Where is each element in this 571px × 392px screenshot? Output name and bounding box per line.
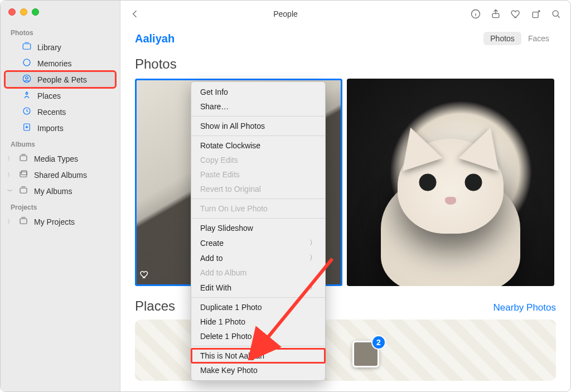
window-traffic-lights (5, 6, 115, 25)
chevron-down-icon: ﹀ (7, 187, 13, 195)
share-icon[interactable] (490, 8, 501, 20)
sidebar-section-photos: Photos (5, 25, 115, 39)
projects-icon (18, 216, 28, 228)
window-title: People (273, 9, 298, 18)
svg-point-3 (26, 76, 28, 79)
ctx-edit-with[interactable]: Edit With〉 (191, 280, 325, 295)
ctx-this-is-not-person[interactable]: This is Not Aaliyah (191, 349, 325, 363)
ctx-make-key-photo[interactable]: Make Key Photo (191, 363, 325, 378)
sidebar: Photos Library Memories People & Pets Pl… (1, 1, 120, 391)
sidebar-item-label: Recents (37, 108, 66, 117)
svg-rect-14 (533, 12, 538, 18)
ctx-add-to[interactable]: Add to〉 (191, 250, 325, 265)
sidebar-item-label: Library (37, 43, 61, 52)
sidebar-item-label: My Projects (34, 217, 75, 226)
sidebar-item-label: People & Pets (37, 75, 87, 84)
chevron-right-icon: 〉 (309, 253, 316, 263)
sidebar-item-my-projects[interactable]: 〉 My Projects (5, 214, 115, 230)
minimize-window-button[interactable] (20, 8, 27, 16)
favorite-badge-icon (139, 269, 149, 282)
favorite-icon[interactable] (510, 8, 521, 20)
ctx-show-all-photos[interactable]: Show in All Photos (191, 119, 325, 133)
ctx-get-info[interactable]: Get Info (191, 85, 325, 99)
chevron-right-icon: 〉 (7, 155, 13, 163)
sidebar-item-label: Imports (37, 124, 64, 133)
sidebar-item-imports[interactable]: Imports (5, 120, 115, 136)
ctx-rotate-clockwise[interactable]: Rotate Clockwise (191, 138, 325, 153)
photo-thumbnail[interactable] (347, 79, 554, 286)
photos-section-heading: Photos (135, 56, 556, 72)
nearby-photos-link[interactable]: Nearby Photos (493, 302, 556, 313)
album-icon (18, 185, 28, 197)
view-segment: Photos Faces (483, 32, 556, 45)
back-button[interactable] (129, 8, 141, 20)
sidebar-section-projects: Projects (5, 199, 115, 214)
ctx-share[interactable]: Share… (191, 99, 325, 114)
context-menu: Get Info Share… Show in All Photos Rotat… (191, 81, 326, 381)
subheader: Aaliyah Photos Faces (120, 27, 570, 51)
ctx-live-photo: Turn On Live Photo (191, 201, 325, 216)
sidebar-item-recents[interactable]: Recents (5, 104, 115, 120)
shared-album-icon (18, 169, 28, 181)
places-section-heading: Places (135, 298, 175, 314)
svg-rect-11 (20, 219, 27, 224)
sidebar-item-memories[interactable]: Memories (5, 55, 115, 71)
sidebar-item-label: Shared Albums (34, 171, 87, 180)
sidebar-item-label: Media Types (34, 154, 78, 163)
ctx-delete[interactable]: Delete 1 Photo (191, 329, 325, 343)
imports-icon (22, 122, 32, 134)
rotate-icon[interactable] (530, 8, 541, 20)
main-content: People Aaliyah Photos Faces Photos (120, 1, 570, 391)
ctx-play-slideshow[interactable]: Play Slideshow (191, 221, 325, 235)
svg-rect-0 (23, 44, 31, 50)
content-area: Photos Places (120, 51, 570, 391)
svg-rect-10 (20, 188, 27, 193)
sidebar-item-shared-albums[interactable]: 〉 Shared Albums (5, 167, 115, 183)
sidebar-item-places[interactable]: Places (5, 88, 115, 104)
sidebar-item-media-types[interactable]: 〉 Media Types (5, 151, 115, 167)
sidebar-item-label: My Albums (34, 187, 72, 196)
places-icon (22, 90, 32, 101)
svg-point-1 (23, 59, 30, 66)
info-icon[interactable] (470, 8, 481, 20)
ctx-copy-edits: Copy Edits (191, 153, 325, 167)
ctx-hide[interactable]: Hide 1 Photo (191, 314, 325, 329)
toolbar: People (120, 1, 570, 27)
ctx-duplicate[interactable]: Duplicate 1 Photo (191, 300, 325, 314)
tab-photos[interactable]: Photos (483, 32, 521, 45)
sidebar-section-albums: Albums (5, 136, 115, 151)
sidebar-item-label: Memories (37, 59, 71, 68)
sidebar-item-label: Places (37, 91, 61, 100)
chevron-right-icon: 〉 (7, 218, 13, 226)
search-icon[interactable] (550, 8, 562, 20)
sidebar-item-library[interactable]: Library (5, 39, 115, 55)
ctx-create[interactable]: Create〉 (191, 235, 325, 250)
chevron-right-icon: 〉 (309, 238, 316, 248)
tab-faces[interactable]: Faces (521, 32, 556, 45)
svg-rect-7 (20, 156, 27, 161)
svg-rect-9 (21, 171, 27, 175)
chevron-right-icon: 〉 (309, 283, 316, 292)
memories-icon (22, 57, 32, 69)
ctx-add-to-album: Add to Album (191, 265, 325, 280)
album-icon (18, 153, 28, 164)
person-name[interactable]: Aaliyah (135, 32, 175, 45)
ctx-revert-original: Revert to Original (191, 182, 325, 196)
library-icon (22, 41, 32, 53)
ctx-paste-edits: Paste Edits (191, 167, 325, 182)
close-window-button[interactable] (8, 8, 16, 16)
fullscreen-window-button[interactable] (32, 8, 39, 16)
sidebar-item-my-albums[interactable]: ﹀ My Albums (5, 183, 115, 199)
chevron-right-icon: 〉 (7, 171, 13, 179)
people-pets-icon (22, 74, 32, 85)
svg-point-15 (553, 11, 558, 16)
sidebar-item-people-pets[interactable]: People & Pets (5, 71, 115, 88)
map-count-badge: 2 (371, 335, 386, 350)
recents-icon (22, 106, 32, 118)
